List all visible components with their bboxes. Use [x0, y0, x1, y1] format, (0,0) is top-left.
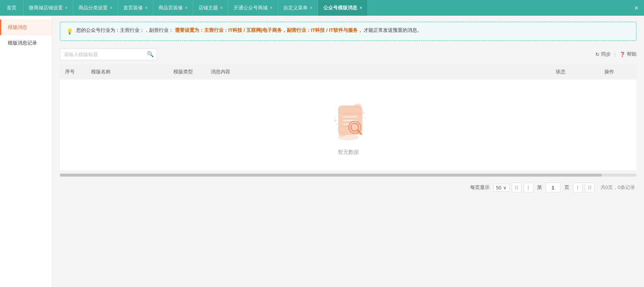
nav-tab-home-label: 首页 [7, 4, 16, 11]
notice-box: 💡 您的公众号行业为：主营行业：，副营行业： 需要设置为：主营行业：IT科技 /… [60, 22, 637, 41]
svg-point-13 [362, 112, 364, 114]
col-action: 操作 [599, 65, 637, 79]
page-size-label: 每页显示 [470, 184, 490, 191]
svg-point-12 [336, 123, 338, 125]
col-type: 模版类型 [168, 65, 206, 79]
sidebar-item-template-message[interactable]: 模版消息 [0, 19, 52, 35]
main-layout: 模版消息 模版消息记录 💡 您的公众号行业为：主营行业：，副营行业： 需要设置为… [0, 16, 644, 287]
toolbar-divider: | [614, 52, 616, 57]
notice-highlight: 需要设置为：主营行业：IT科技 / 互联网|电子商务，副营行业：IT科技 / I… [175, 27, 363, 33]
page-size-value: 50 [496, 185, 501, 190]
notice-text: 您的公众号行业为：主营行业：，副营行业： 需要设置为：主营行业：IT科技 / 互… [76, 27, 422, 34]
col-status: 状态 [551, 65, 599, 79]
nav-tab-open-mall[interactable]: 开通公众号商城 × [228, 0, 278, 16]
notice-icon: 💡 [66, 27, 73, 36]
close-product-page[interactable]: × [185, 5, 188, 10]
nav-tab-product-category[interactable]: 商品分类设置 × [73, 0, 118, 16]
search-input[interactable] [60, 48, 157, 60]
help-label: 帮助 [627, 51, 637, 58]
nav-tab-product-category-label: 商品分类设置 [78, 4, 108, 11]
sidebar-item-template-message-record[interactable]: 模版消息记录 [0, 35, 52, 51]
total-label: 共0页，0条记录 [601, 184, 635, 191]
scrollbar-track[interactable] [60, 174, 637, 177]
nav-tab-home[interactable]: 首页 [0, 0, 24, 16]
nav-tab-shop-theme[interactable]: 店铺主题 × [193, 0, 228, 16]
data-table: 序号 模版名称 模版类型 消息内容 状态 操作 [60, 65, 637, 171]
sync-icon: ↻ [595, 52, 600, 57]
page-number-input[interactable] [546, 183, 561, 192]
col-content: 消息内容 [206, 65, 551, 79]
nav-tab-template-msg[interactable]: 公众号模版消息 × [318, 0, 368, 16]
close-open-mall[interactable]: × [270, 5, 272, 10]
col-index: 序号 [60, 65, 86, 79]
search-bar: 🔍 ↻ 同步 | ❓ 帮助 [60, 48, 637, 60]
sync-button[interactable]: ↻ 同步 [595, 51, 611, 58]
chevron-down-icon: ∨ [503, 185, 507, 190]
scrollbar-thumb[interactable] [60, 174, 602, 177]
toolbar-right: ↻ 同步 | ❓ 帮助 [595, 51, 637, 58]
svg-point-11 [334, 116, 335, 117]
close-home-decor[interactable]: × [145, 5, 148, 10]
nav-tab-home-decor[interactable]: 首页装修 × [118, 0, 153, 16]
svg-point-8 [338, 133, 346, 137]
prev-page-button[interactable]: ⟨ [524, 183, 533, 192]
pagination: 每页显示 50 ∨ ⟨⟨ ⟨ 第 页 ⟩ ⟩⟩ 共0页，0条记录 [60, 180, 637, 195]
empty-illustration [328, 102, 369, 143]
nav-tab-custom-menu[interactable]: 自定义菜单 × [278, 0, 318, 16]
svg-point-7 [352, 124, 354, 126]
page-label-prefix: 第 [537, 184, 542, 191]
close-product-category[interactable]: × [110, 5, 113, 10]
svg-point-10 [334, 119, 336, 122]
empty-state: 暂无数据 [60, 79, 637, 171]
sidebar-item-template-message-record-label: 模版消息记录 [8, 40, 37, 46]
close-shop-settings[interactable]: × [65, 5, 68, 10]
top-nav: 首页 微商城店铺设置 × 商品分类设置 × 首页装修 × 商品页装修 × 店铺主… [0, 0, 644, 16]
nav-tab-open-mall-label: 开通公众号商城 [234, 4, 268, 11]
table-header: 序号 模版名称 模版类型 消息内容 状态 操作 [60, 65, 637, 79]
help-icon: ❓ [619, 52, 625, 57]
col-name: 模版名称 [86, 65, 168, 79]
page-label-suffix: 页 [564, 184, 569, 191]
next-page-button[interactable]: ⟩ [573, 183, 583, 192]
close-custom-menu[interactable]: × [310, 5, 312, 10]
nav-tab-home-decor-label: 首页装修 [123, 4, 143, 11]
nav-tab-template-msg-label: 公众号模版消息 [323, 4, 357, 11]
empty-text: 暂无数据 [60, 149, 637, 156]
sync-label: 同步 [601, 51, 611, 58]
help-button[interactable]: ❓ 帮助 [619, 51, 637, 58]
nav-tab-shop-theme-label: 店铺主题 [198, 4, 218, 11]
nav-tab-product-page[interactable]: 商品页装修 × [153, 0, 193, 16]
search-icon[interactable]: 🔍 [147, 51, 154, 58]
notice-text-after: 才能正常发送预置的消息。 [364, 27, 422, 33]
nav-tab-shop-settings[interactable]: 微商城店铺设置 × [24, 0, 73, 16]
page-size-select[interactable]: 50 ∨ [493, 184, 509, 192]
svg-point-9 [354, 104, 361, 107]
svg-point-14 [364, 117, 366, 118]
notice-text-before: 您的公众号行业为：主营行业：，副营行业： [76, 27, 173, 33]
search-input-wrap: 🔍 [60, 48, 157, 60]
close-shop-theme[interactable]: × [220, 5, 223, 10]
nav-tab-product-page-label: 商品页装修 [158, 4, 183, 11]
sidebar: 模版消息 模版消息记录 [0, 16, 52, 287]
first-page-button[interactable]: ⟨⟨ [512, 183, 521, 192]
nav-tab-custom-menu-label: 自定义菜单 [283, 4, 308, 11]
last-page-button[interactable]: ⟩⟩ [585, 183, 595, 192]
sidebar-item-template-message-label: 模版消息 [8, 24, 27, 30]
table-body: 暂无数据 [60, 79, 637, 171]
close-template-msg[interactable]: × [360, 5, 362, 10]
content-area: 💡 您的公众号行业为：主营行业：，副营行业： 需要设置为：主营行业：IT科技 /… [52, 16, 644, 287]
nav-tab-shop-settings-label: 微商城店铺设置 [29, 4, 63, 11]
close-all-button[interactable]: ✕ [629, 4, 644, 12]
